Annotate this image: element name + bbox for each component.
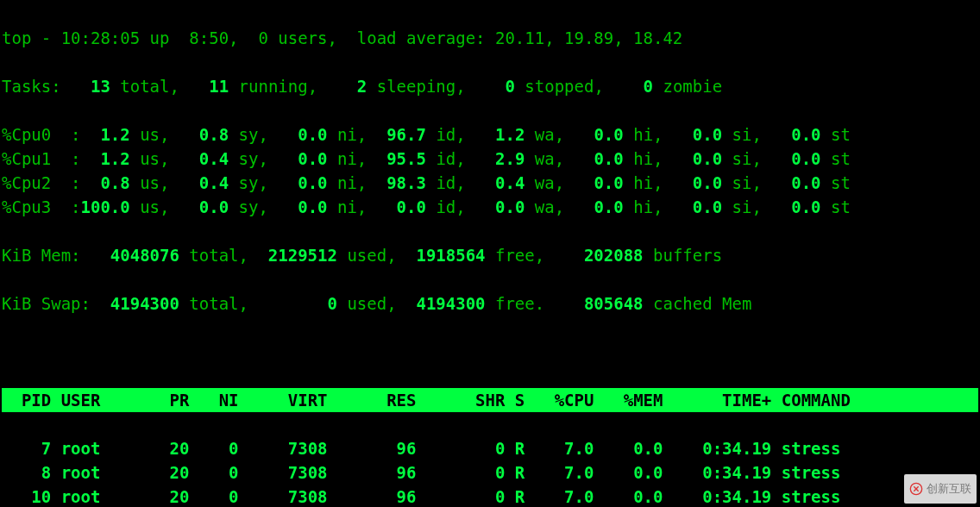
- top-uptime-text: top - 10:28:05 up 8:50, 0 users, load av…: [2, 26, 682, 50]
- cell-pr: 20: [150, 485, 199, 507]
- cpu2-us: 0.8: [81, 171, 141, 195]
- cell-pr: 20: [150, 460, 199, 485]
- cell-ni: 0: [199, 485, 248, 507]
- cpu2-st: 0.0: [771, 171, 831, 195]
- cpu1-label: %Cpu1 :: [2, 147, 81, 171]
- cell-time: 0:34.19: [673, 436, 782, 460]
- cell-mem: 0.0: [604, 436, 673, 460]
- blank-line: [2, 340, 978, 364]
- cpu0-sy: 0.8: [179, 122, 239, 147]
- cpu0-us: 1.2: [81, 122, 141, 147]
- col-s: S: [515, 388, 535, 412]
- cell-time: 0:34.19: [673, 460, 782, 485]
- tasks-total: 13: [71, 74, 120, 98]
- col-command: COMMAND: [782, 388, 861, 412]
- col-cpu: %CPU: [535, 388, 604, 412]
- cell-res: 96: [337, 436, 426, 460]
- cpu3-sy: 0.0: [179, 195, 239, 219]
- mem-buffers: 202088: [555, 243, 653, 267]
- cpu2-wa: 0.4: [475, 171, 535, 195]
- cell-pid: 7: [2, 436, 61, 460]
- cell-virt: 7308: [248, 460, 337, 485]
- cell-command: stress: [782, 436, 841, 460]
- col-ni: NI: [199, 388, 248, 412]
- tasks-running: 11: [199, 74, 239, 98]
- top-cpu0-line: %Cpu0 : 1.2 us, 0.8 sy, 0.0 ni, 96.7 id,…: [2, 122, 978, 147]
- process-row[interactable]: 8 root 20 0 7308 96 0 R 7.0 0.0 0:34.19 …: [2, 460, 978, 485]
- col-pid: PID: [2, 388, 61, 412]
- cpu3-st: 0.0: [771, 195, 831, 219]
- mem-used: 2129512: [258, 243, 347, 267]
- cpu0-st: 0.0: [771, 122, 831, 147]
- cpu3-hi: 0.0: [575, 195, 634, 219]
- cell-pid: 8: [2, 460, 61, 485]
- col-pr: PR: [150, 388, 199, 412]
- cpu2-si: 0.0: [673, 171, 732, 195]
- col-mem: %MEM: [604, 388, 673, 412]
- col-time: TIME+: [673, 388, 782, 412]
- cpu0-hi: 0.0: [575, 122, 634, 147]
- tasks-zombie: 0: [624, 74, 663, 98]
- cpu3-wa: 0.0: [475, 195, 535, 219]
- top-cpu2-line: %Cpu2 : 0.8 us, 0.4 sy, 0.0 ni, 98.3 id,…: [2, 171, 978, 195]
- cell-s: R: [515, 436, 535, 460]
- cell-res: 96: [337, 460, 426, 485]
- process-row[interactable]: 7 root 20 0 7308 96 0 R 7.0 0.0 0:34.19 …: [2, 436, 978, 460]
- process-row[interactable]: 10 root 20 0 7308 96 0 R 7.0 0.0 0:34.19…: [2, 485, 978, 507]
- cell-time: 0:34.19: [673, 485, 782, 507]
- swap-label: KiB Swap:: [2, 291, 91, 316]
- cell-res: 96: [337, 485, 426, 507]
- cell-command: stress: [782, 460, 841, 485]
- col-virt: VIRT: [248, 388, 337, 412]
- cpu3-id: 0.0: [377, 195, 437, 219]
- cell-mem: 0.0: [604, 460, 673, 485]
- watermark-text: 创新互联: [927, 477, 971, 501]
- cpu0-ni: 0.0: [278, 122, 337, 147]
- cpu3-ni: 0.0: [278, 195, 337, 219]
- cell-pr: 20: [150, 436, 199, 460]
- top-mem-line: KiB Mem: 4048076 total, 2129512 used, 19…: [2, 243, 978, 267]
- cell-s: R: [515, 460, 535, 485]
- swap-used: 0: [258, 291, 347, 316]
- cpu2-sy: 0.4: [179, 171, 239, 195]
- cpu1-id: 95.5: [377, 147, 437, 171]
- top-tasks-line: Tasks: 13 total, 11 running, 2 sleeping,…: [2, 74, 978, 98]
- cpu3-us: 100.0: [81, 195, 141, 219]
- cell-cpu: 7.0: [535, 485, 604, 507]
- cell-s: R: [515, 485, 535, 507]
- top-cpu3-line: %Cpu3 :100.0 us, 0.0 sy, 0.0 ni, 0.0 id,…: [2, 195, 978, 219]
- cell-ni: 0: [199, 436, 248, 460]
- cell-cpu: 7.0: [535, 460, 604, 485]
- cpu2-hi: 0.0: [575, 171, 634, 195]
- watermark: 创新互联: [904, 474, 977, 504]
- top-swap-line: KiB Swap: 4194300 total, 0 used, 4194300…: [2, 291, 978, 316]
- mem-total: 4048076: [91, 243, 189, 267]
- cpu1-wa: 2.9: [475, 147, 535, 171]
- cpu1-hi: 0.0: [575, 147, 634, 171]
- cpu3-label: %Cpu3 :: [2, 195, 81, 219]
- cpu0-si: 0.0: [673, 122, 732, 147]
- process-header-row: PID USER PR NI VIRT RES SHR S %CPU %MEM …: [2, 388, 978, 412]
- cpu1-si: 0.0: [673, 147, 732, 171]
- mem-label: KiB Mem:: [2, 243, 91, 267]
- cpu0-label: %Cpu0 :: [2, 122, 81, 147]
- cell-ni: 0: [199, 460, 248, 485]
- cpu2-ni: 0.0: [278, 171, 337, 195]
- cpu1-us: 1.2: [81, 147, 141, 171]
- cpu2-id: 98.3: [377, 171, 437, 195]
- top-cpu1-line: %Cpu1 : 1.2 us, 0.4 sy, 0.0 ni, 95.5 id,…: [2, 147, 978, 171]
- cell-virt: 7308: [248, 485, 337, 507]
- cpu1-ni: 0.0: [278, 147, 337, 171]
- col-user: USER: [61, 388, 150, 412]
- terminal[interactable]: top - 10:28:05 up 8:50, 0 users, load av…: [0, 0, 980, 507]
- cell-shr: 0: [426, 436, 515, 460]
- cpu0-wa: 1.2: [475, 122, 535, 147]
- cell-shr: 0: [426, 485, 515, 507]
- cell-user: root: [61, 436, 150, 460]
- cell-virt: 7308: [248, 436, 337, 460]
- cpu1-sy: 0.4: [179, 147, 239, 171]
- cpu1-st: 0.0: [771, 147, 831, 171]
- col-res: RES: [337, 388, 426, 412]
- cell-shr: 0: [426, 460, 515, 485]
- cpu2-label: %Cpu2 :: [2, 171, 81, 195]
